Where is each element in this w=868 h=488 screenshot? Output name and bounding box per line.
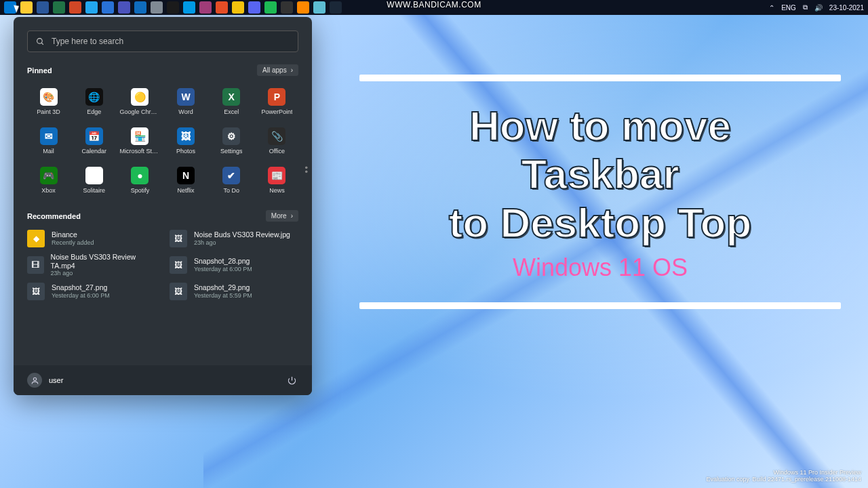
netflix-icon: N: [177, 167, 195, 184]
pinned-app-photos[interactable]: 🖼Photos: [164, 123, 207, 159]
recommended-item[interactable]: 🖼Snapshot_27.pngYesterday at 6:00 PM: [27, 283, 156, 300]
pinned-app-news[interactable]: 📰News: [256, 163, 298, 198]
pinned-app-office[interactable]: 📎Office: [256, 123, 298, 159]
search-input[interactable]: Type here to search: [27, 30, 298, 52]
file-icon: 🎞: [27, 256, 44, 274]
watermark-text: WWW.BANDICAM.COM: [387, 0, 481, 9]
pinned-label: Word: [178, 108, 193, 115]
decorative-bar-top: [359, 75, 841, 81]
recommended-subtitle: 23h ago: [194, 239, 290, 247]
windows-build-text: Windows 11 Pro Insider Preview Evaluatio…: [707, 469, 862, 483]
file-icon: 🖼: [170, 230, 187, 247]
system-tray[interactable]: ⌃ ENG ⧉ 🔊 23-10-2021: [769, 3, 864, 12]
msstore-icon: 🏪: [131, 127, 149, 145]
taskbar-app-snip[interactable]: [199, 1, 212, 14]
build-line-2: Evaluation copy. Build 22471.rs_prerelea…: [707, 476, 862, 483]
taskbar-app-mail[interactable]: [134, 1, 146, 14]
build-line-1: Windows 11 Pro Insider Preview: [707, 469, 862, 476]
start-menu-footer: user: [14, 365, 312, 395]
pinned-page-indicator[interactable]: ••: [304, 166, 308, 174]
recommended-item[interactable]: 🎞Noise Buds VS303 Review TA.mp423h ago: [27, 253, 156, 277]
todo-icon: ✔: [222, 167, 240, 184]
taskbar-app-powerpoint[interactable]: [69, 1, 81, 14]
pinned-app-word[interactable]: WWord: [164, 84, 207, 119]
chevron-right-icon: ›: [291, 212, 293, 220]
tray-volume-icon[interactable]: 🔊: [814, 4, 823, 12]
recommended-subtitle: Yesterday at 6:00 PM: [52, 292, 110, 300]
recommended-title: Snapshot_28.png: [194, 257, 252, 266]
recommended-item[interactable]: 🖼Snapshot_29.pngYesterday at 5:59 PM: [170, 283, 298, 300]
taskbar-app-settings[interactable]: [151, 1, 163, 14]
user-name: user: [49, 376, 63, 384]
pinned-app-xbox[interactable]: 🎮Xbox: [27, 163, 70, 198]
settings-icon: ⚙: [222, 127, 240, 145]
pinned-label: Calendar: [82, 148, 107, 155]
tray-network-icon[interactable]: ⧉: [803, 3, 808, 12]
pinned-app-spotify[interactable]: ●Spotify: [118, 163, 161, 198]
taskbar-app-opera[interactable]: [216, 1, 228, 14]
file-icon: 🖼: [170, 283, 187, 300]
pinned-label: News: [269, 187, 285, 194]
taskbar-app-explorer[interactable]: [20, 1, 33, 14]
taskbar-app-word[interactable]: [37, 1, 49, 14]
pinned-app-mail[interactable]: ✉Mail: [27, 123, 70, 159]
all-apps-button[interactable]: All apps ›: [257, 64, 298, 76]
chrome-icon: 🟡: [131, 88, 149, 106]
taskbar-app-edge[interactable]: [102, 1, 114, 14]
pinned-label: To Do: [223, 187, 239, 194]
pinned-app-paint3d[interactable]: 🎨Paint 3D: [27, 84, 70, 119]
taskbar-app-chrome[interactable]: [232, 1, 244, 14]
tray-date[interactable]: 23-10-2021: [829, 4, 864, 12]
taskbar-app-terminal[interactable]: [167, 1, 179, 14]
taskbar-app-vscode[interactable]: [85, 1, 98, 14]
pinned-label: Paint 3D: [37, 108, 60, 115]
pinned-app-todo[interactable]: ✔To Do: [210, 163, 253, 198]
pinned-app-calendar[interactable]: 📅Calendar: [73, 123, 115, 159]
avatar-icon: [27, 373, 42, 388]
pinned-app-powerpoint[interactable]: PPowerPoint: [256, 84, 298, 119]
pinned-app-solitaire[interactable]: ♠Solitaire: [73, 163, 115, 198]
pinned-app-edge[interactable]: 🌐Edge: [73, 84, 115, 119]
taskbar-app-vlc[interactable]: [297, 1, 309, 14]
taskbar-app-photos[interactable]: [183, 1, 195, 14]
taskbar-app-notepad[interactable]: [313, 1, 326, 14]
tray-chevron-icon[interactable]: ⌃: [769, 4, 774, 12]
taskbar-app-discord[interactable]: [248, 1, 260, 14]
recommended-title: Binance: [52, 230, 94, 239]
user-profile-button[interactable]: user: [27, 373, 63, 388]
pinned-label: PowerPoint: [261, 108, 292, 115]
pinned-label: Office: [269, 148, 285, 155]
svg-point-2: [33, 378, 36, 380]
recommended-title: Noise Buds VS303 Review TA.mp4: [51, 253, 156, 270]
search-placeholder: Type here to search: [52, 37, 123, 46]
pinned-label: Edge: [87, 108, 101, 115]
more-button[interactable]: More ›: [266, 210, 298, 222]
pinned-label: Excel: [224, 108, 239, 115]
power-button[interactable]: [285, 373, 298, 387]
recommended-item[interactable]: 🖼Noise Buds VS303 Review.jpg23h ago: [170, 230, 298, 247]
pinned-app-netflix[interactable]: NNetflix: [164, 163, 207, 198]
tray-language-indicator[interactable]: ENG: [781, 4, 796, 12]
chevron-right-icon: ›: [291, 66, 293, 74]
pinned-heading: Pinned: [27, 66, 52, 75]
word-icon: W: [177, 88, 195, 106]
pinned-label: Photos: [176, 148, 195, 155]
pinned-app-excel[interactable]: XExcel: [210, 84, 253, 119]
desktop-background: WWW.BANDICAM.COM ⌃ ENG ⧉ 🔊 23-10-2021 Ty…: [0, 0, 868, 488]
recommended-heading: Recommended: [27, 212, 81, 220]
recommended-title: Snapshot_27.png: [52, 283, 110, 292]
pinned-app-settings[interactable]: ⚙Settings: [210, 123, 253, 159]
taskbar-app-spotify[interactable]: [264, 1, 277, 14]
recommended-item[interactable]: ◆BinanceRecently added: [27, 230, 156, 247]
title-line-1: How to move: [359, 102, 841, 150]
pinned-label: Xbox: [41, 187, 56, 194]
pinned-app-chrome[interactable]: 🟡Google Chrome: [118, 84, 161, 119]
taskbar-app-steam[interactable]: [330, 1, 342, 14]
taskbar-app-obs[interactable]: [281, 1, 293, 14]
taskbar-app-excel[interactable]: [53, 1, 65, 14]
recommended-item[interactable]: 🖼Snapshot_28.pngYesterday at 6:00 PM: [170, 253, 298, 277]
taskbar-app-teams[interactable]: [118, 1, 130, 14]
calendar-icon: 📅: [85, 127, 103, 145]
pinned-label: Netflix: [177, 187, 194, 194]
pinned-app-msstore[interactable]: 🏪Microsoft Store: [118, 123, 161, 159]
